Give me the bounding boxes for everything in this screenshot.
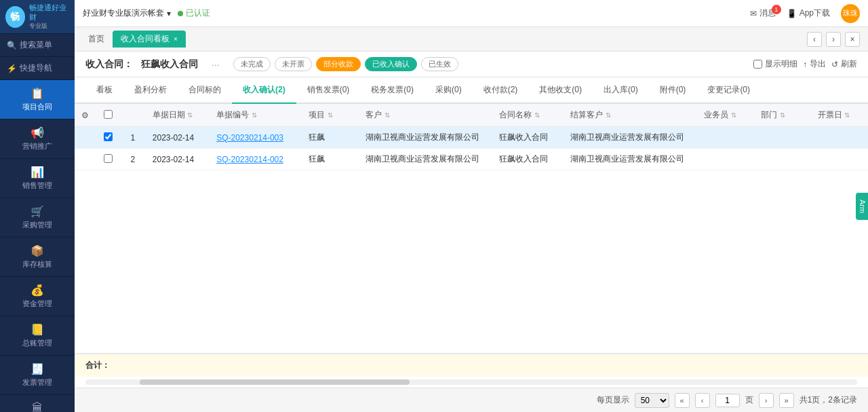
active-tab[interactable]: 收入合同看板 × (113, 31, 186, 48)
sidebar-item-sales[interactable]: 📊 销售管理 (0, 159, 75, 198)
user-avatar-button[interactable]: 珠珠 (841, 4, 860, 23)
sidebar-item-project-contract-label: 项目合同 (22, 102, 52, 112)
th-project-sort-icon[interactable]: ⇅ (328, 111, 333, 119)
first-page-button[interactable]: « (675, 393, 690, 408)
logo-app-name: 畅捷通好业财 (29, 3, 69, 22)
th-contract-sort-icon[interactable]: ⇅ (534, 111, 540, 119)
messages-button[interactable]: ✉ 消息 1 (750, 7, 776, 19)
table-row: 1 2023-02-14 SQ-20230214-003 狂飙 湖南卫视商业运营… (75, 127, 868, 149)
sidebar-item-project-contract[interactable]: 📋 项目合同 (0, 80, 75, 119)
app-download-icon: 📱 (787, 9, 797, 18)
export-button[interactable]: ↑ 导出 (803, 58, 826, 70)
tab-kanban[interactable]: 看板 (85, 77, 123, 104)
tab-close-icon[interactable]: × (174, 35, 178, 43)
tab-nav-prev[interactable]: ‹ (807, 32, 822, 47)
th-date[interactable]: 单据日期 ⇅ (146, 104, 210, 127)
tab-purchase[interactable]: 采购(0) (425, 77, 473, 104)
status-incomplete[interactable]: 未完成 (233, 57, 271, 71)
th-open-date-sort-icon[interactable]: ⇅ (844, 111, 850, 119)
tab-target[interactable]: 合同标的 (178, 77, 232, 104)
sidebar-item-purchase-label: 采购管理 (22, 220, 52, 230)
th-staff[interactable]: 业务员 ⇅ (697, 104, 754, 127)
refresh-icon: ↺ (831, 60, 838, 69)
row-no-cell[interactable]: SQ-20230214-002 (210, 149, 302, 170)
tab-attachment[interactable]: 附件(0) (649, 77, 697, 104)
tab-profit[interactable]: 盈利分析 (123, 77, 178, 104)
select-all-checkbox[interactable] (104, 110, 113, 119)
th-dept-sort-icon[interactable]: ⇅ (780, 111, 785, 119)
sidebar-item-ledger[interactable]: 📒 总账管理 (0, 316, 75, 356)
row-no-cell[interactable]: SQ-20230214-003 (210, 127, 302, 149)
next-page-button[interactable]: › (759, 393, 774, 408)
row-no-link[interactable]: SQ-20230214-002 (216, 155, 283, 164)
refresh-button[interactable]: ↺ 刷新 (831, 58, 857, 70)
th-staff-sort-icon[interactable]: ⇅ (731, 111, 736, 119)
refresh-label: 刷新 (841, 58, 857, 70)
tab-change-log[interactable]: 变更记录(0) (696, 77, 761, 104)
sidebar-item-invoice[interactable]: 🧾 发票管理 (0, 356, 75, 395)
row-no-link[interactable]: SQ-20230214-003 (216, 133, 283, 143)
th-contract[interactable]: 合同名称 ⇅ (492, 104, 564, 127)
tab-revenue-confirm[interactable]: 收入确认(2) (232, 77, 296, 104)
row-checkbox-cell[interactable] (97, 149, 121, 170)
prev-page-button[interactable]: ‹ (695, 393, 710, 408)
th-checkbox[interactable] (97, 104, 121, 127)
sidebar-item-quick-nav[interactable]: ⚡ 快捷导航 (0, 57, 75, 80)
sidebar-item-purchase[interactable]: 🛒 采购管理 (0, 198, 75, 238)
status-uninvoiced[interactable]: 未开票 (275, 57, 312, 71)
scroll-thumb[interactable] (140, 379, 410, 385)
row-checkbox-cell[interactable] (97, 127, 121, 149)
th-open-date[interactable]: 开票日 ⇅ (811, 104, 868, 127)
th-settings[interactable]: ⚙ (75, 104, 97, 127)
th-result-customer-sort-icon[interactable]: ⇅ (606, 111, 611, 119)
status-effective[interactable]: 已生效 (421, 57, 458, 71)
sidebar-item-search[interactable]: 🔍 搜索菜单 (0, 34, 75, 57)
show-detail-checkbox[interactable] (753, 60, 762, 69)
tab-sales-invoice[interactable]: 销售发票(0) (296, 77, 361, 104)
th-project-label: 项目 (309, 110, 325, 119)
tab-nav-next[interactable]: › (826, 32, 841, 47)
scroll-track[interactable] (85, 379, 857, 385)
home-label: 首页 (88, 34, 104, 43)
tab-payment[interactable]: 收付款(2) (473, 77, 529, 104)
last-page-button[interactable]: » (779, 393, 794, 408)
th-no[interactable]: 单据编号 ⇅ (210, 104, 302, 127)
row-checkbox[interactable] (104, 154, 113, 163)
table-body: 1 2023-02-14 SQ-20230214-003 狂飙 湖南卫视商业运营… (75, 127, 868, 170)
inventory-icon: 📦 (31, 244, 44, 257)
th-customer-label: 客户 (366, 110, 382, 119)
tab-warehouse[interactable]: 出入库(0) (593, 77, 649, 104)
th-project[interactable]: 项目 ⇅ (302, 104, 359, 127)
th-customer[interactable]: 客户 ⇅ (359, 104, 492, 127)
show-detail-checkbox-label[interactable]: 显示明细 (753, 58, 797, 70)
tab-tax-invoice[interactable]: 税务发票(0) (360, 77, 425, 104)
sidebar-item-inventory[interactable]: 📦 库存核算 (0, 238, 75, 277)
th-num (120, 104, 146, 127)
sidebar-item-finance[interactable]: 💰 资金管理 (0, 277, 75, 316)
status-buttons: 未完成 未开票 部分收款 已收入确认 已生效 (233, 57, 458, 71)
more-options-icon[interactable]: ··· (212, 59, 220, 70)
app-download-button[interactable]: 📱 App下载 (787, 7, 830, 19)
current-page-input[interactable] (715, 394, 740, 407)
home-tab[interactable]: 首页 (83, 31, 110, 48)
per-page-select[interactable]: 50 20 100 (635, 393, 669, 408)
messages-badge: 1 (772, 5, 781, 14)
sidebar-item-tax[interactable]: 🏛 税务管理 (0, 395, 75, 412)
cert-label: 已认证 (186, 7, 210, 19)
th-result-customer[interactable]: 结算客户 ⇅ (564, 104, 697, 127)
status-confirmed[interactable]: 已收入确认 (365, 57, 417, 71)
th-no-sort-icon[interactable]: ⇅ (252, 111, 257, 119)
sidebar-item-marketing[interactable]: 📢 营销推广 (0, 119, 75, 159)
row-checkbox[interactable] (104, 132, 113, 141)
tab-other-income[interactable]: 其他收支(0) (528, 77, 593, 104)
right-panel-button[interactable]: Arm (856, 192, 868, 219)
th-date-sort-icon[interactable]: ⇅ (187, 111, 193, 119)
status-partial-payment[interactable]: 部分收款 (316, 57, 361, 71)
purchase-icon: 🛒 (31, 205, 44, 218)
th-customer-sort-icon[interactable]: ⇅ (384, 111, 390, 119)
settings-icon[interactable]: ⚙ (81, 111, 89, 120)
tab-nav-close[interactable]: × (845, 32, 860, 47)
th-no-label: 单据编号 (216, 110, 249, 119)
th-dept[interactable]: 部门 ⇅ (754, 104, 811, 127)
company-selector[interactable]: 好业财专业版演示帐套 ▾ (83, 7, 171, 19)
